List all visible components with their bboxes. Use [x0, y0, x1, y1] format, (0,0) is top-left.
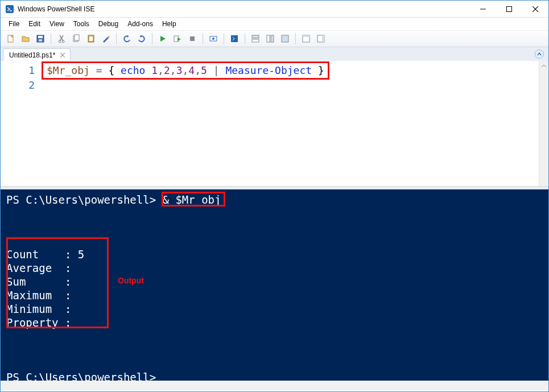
output-highlight-annotation — [6, 237, 109, 328]
svg-rect-8 — [39, 39, 42, 42]
menu-file[interactable]: File — [4, 19, 24, 29]
code-area[interactable]: $Mr_obj = { echo 1,2,3,4,5 | Measure-Obj… — [43, 61, 548, 186]
menu-edit[interactable]: Edit — [24, 19, 45, 29]
open-file-button[interactable] — [19, 32, 32, 46]
menu-tools[interactable]: Tools — [69, 19, 94, 29]
app-icon — [5, 5, 14, 14]
svg-rect-12 — [75, 35, 79, 40]
new-file-button[interactable] — [4, 32, 18, 46]
tab-close-icon[interactable] — [59, 51, 67, 59]
tab-file[interactable]: Untitled18.ps1* — [3, 48, 71, 61]
svg-rect-21 — [252, 39, 259, 42]
editor-scrollbar[interactable] — [539, 61, 548, 186]
line-number-gutter: 1 2 — [1, 61, 43, 186]
minimize-button[interactable] — [470, 1, 496, 18]
window-title: Windows PowerShell ISE — [18, 5, 94, 13]
new-remote-tab-button[interactable] — [207, 32, 220, 46]
svg-rect-26 — [303, 35, 309, 37]
menu-help[interactable]: Help — [158, 19, 181, 29]
cut-button[interactable] — [55, 32, 68, 46]
line-number: 1 — [1, 63, 35, 78]
output-label-annotation: Output — [118, 274, 144, 287]
scroll-up-icon[interactable] — [539, 61, 548, 71]
menu-view[interactable]: View — [45, 19, 69, 29]
close-button[interactable] — [522, 1, 548, 18]
menu-bar: File Edit View Tools Debug Add-ons Help — [1, 18, 548, 30]
title-bar: Windows PowerShell ISE — [1, 1, 548, 18]
svg-rect-14 — [89, 36, 93, 41]
menu-debug[interactable]: Debug — [94, 19, 123, 29]
layout-script-top-button[interactable] — [249, 32, 262, 46]
save-button[interactable] — [34, 32, 47, 46]
paste-button[interactable] — [84, 32, 98, 46]
svg-rect-7 — [38, 36, 43, 38]
collapse-script-pane-button[interactable] — [535, 49, 544, 59]
run-selection-button[interactable] — [171, 32, 184, 46]
copy-button[interactable] — [69, 32, 83, 46]
command-highlight-annotation — [162, 192, 225, 207]
layout-script-max-button[interactable] — [278, 32, 292, 46]
stop-button[interactable] — [185, 32, 199, 46]
run-script-button[interactable] — [156, 32, 170, 46]
svg-rect-24 — [282, 35, 288, 42]
code-highlight-annotation: $Mr_obj = { echo 1,2,3,4,5 | Measure-Obj… — [42, 61, 329, 80]
undo-button[interactable] — [120, 32, 134, 46]
svg-rect-22 — [267, 35, 270, 42]
tab-label: Untitled18.ps1* — [9, 51, 55, 59]
svg-point-18 — [212, 38, 214, 40]
show-command-button[interactable] — [299, 32, 313, 46]
console-pane[interactable]: PS C:\Users\powershell> & $Mr_obj Count … — [1, 189, 548, 381]
start-powershell-button[interactable] — [228, 32, 241, 46]
maximize-button[interactable] — [496, 1, 522, 18]
svg-rect-2 — [507, 6, 512, 11]
line-number: 2 — [1, 78, 35, 93]
clear-button[interactable] — [99, 32, 113, 46]
horizontal-scrollbar[interactable] — [1, 381, 548, 390]
menu-addons[interactable]: Add-ons — [123, 19, 158, 29]
redo-button[interactable] — [135, 32, 148, 46]
svg-rect-16 — [190, 36, 195, 41]
script-editor[interactable]: 1 2 $Mr_obj = { echo 1,2,3,4,5 | Measure… — [1, 61, 548, 186]
show-command-addon-button[interactable] — [314, 32, 328, 46]
toolbar — [1, 30, 548, 47]
svg-rect-28 — [322, 35, 324, 42]
layout-script-right-button[interactable] — [263, 32, 277, 46]
tab-strip: Untitled18.ps1* — [1, 47, 548, 61]
svg-rect-23 — [271, 35, 274, 42]
svg-rect-20 — [252, 35, 259, 38]
